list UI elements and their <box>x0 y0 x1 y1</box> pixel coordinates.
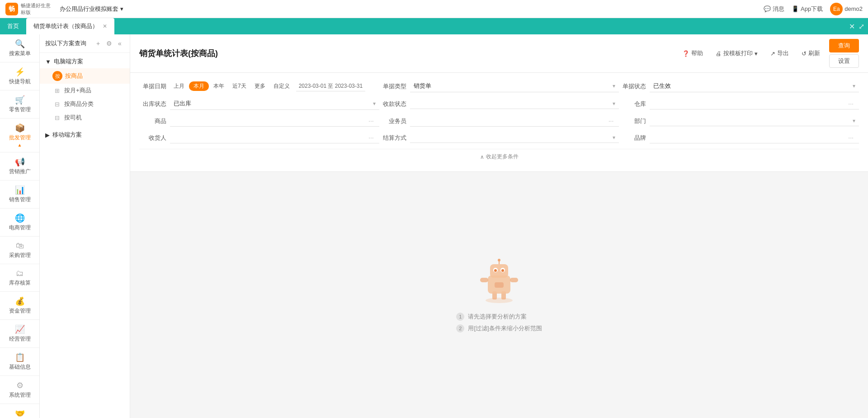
svg-rect-6 <box>490 264 508 278</box>
settlement-arrow-icon: ▾ <box>613 134 615 141</box>
date-field: 单据日期 上月 本月 本年 近7天 更多 自定义 2023-03-01 至 20… <box>139 81 379 91</box>
collapse-panel-btn[interactable]: « <box>115 39 124 48</box>
message-action[interactable]: 💬 消息 <box>764 5 784 13</box>
date-tabs: 上月 本月 本年 近7天 更多 自定义 <box>170 81 293 91</box>
sidebar-item-purchase[interactable]: 🛍 采购管理 <box>0 237 39 264</box>
date-tab-last-month[interactable]: 上月 <box>170 81 188 91</box>
enterprise-icon: 🤝 <box>15 408 25 418</box>
dept-select[interactable]: ▾ <box>650 116 859 126</box>
brand-dots-icon[interactable]: ··· <box>846 134 855 141</box>
tab-sales-stat[interactable]: 销货单统计表（按商品） ✕ <box>26 18 114 34</box>
message-icon: 💬 <box>764 5 771 12</box>
sidebar-item-ecom[interactable]: 🌐 电商管理 <box>0 209 39 237</box>
sidebar-item-enterprise[interactable]: 🤝 企业协同 <box>0 404 39 418</box>
refresh-btn[interactable]: ↺ 刷新 <box>798 48 824 59</box>
settlement-select[interactable]: ▾ <box>410 133 619 143</box>
sidebar-item-retail[interactable]: 🛒 零售管理 <box>0 90 39 119</box>
template-print-btn[interactable]: 🖨 按模板打印 ▾ <box>712 48 761 59</box>
receiver-select[interactable]: ··· <box>170 132 379 143</box>
help-icon: ❓ <box>682 50 689 57</box>
salesperson-select[interactable]: ··· <box>410 115 619 127</box>
date-tab-custom[interactable]: 自定义 <box>270 81 293 91</box>
receiver-field: 收货人 ··· <box>139 132 379 143</box>
recv-status-select[interactable]: ▾ <box>410 99 619 109</box>
receiver-dots-icon[interactable]: ··· <box>367 134 376 141</box>
tab-close-btn[interactable]: ✕ <box>849 22 855 31</box>
collapse-btn[interactable]: ∧ 收起更多条件 <box>139 149 859 164</box>
salesperson-field: 业务员 ··· <box>379 115 619 127</box>
filter-form: 单据日期 上月 本月 本年 近7天 更多 自定义 2023-03-01 至 20… <box>130 73 868 172</box>
empty-illustration <box>472 257 526 307</box>
out-status-select[interactable]: 已出库 ▾ <box>170 98 379 110</box>
app-download-action[interactable]: 📱 App下载 <box>792 5 823 13</box>
sidebar-item-marketing[interactable]: 📢 营销推广 <box>0 152 39 180</box>
date-tab-this-year[interactable]: 本年 <box>210 81 228 91</box>
settings-button[interactable]: 设置 <box>829 54 859 68</box>
date-range-text[interactable]: 2023-03-01 至 2023-03-31 <box>296 81 365 91</box>
warehouse-dots-icon[interactable]: ··· <box>846 100 855 107</box>
sidebar-item-wholesale[interactable]: 📦 批发管理 ▲ <box>0 119 39 152</box>
page-actions: ❓ 帮助 🖨 按模板打印 ▾ ↗ 导出 ↺ 刷新 <box>679 39 859 68</box>
date-tab-this-month[interactable]: 本月 <box>189 81 209 91</box>
user-action[interactable]: Ea demo2 <box>830 3 863 15</box>
empty-tip-1: 1 请先选择要分析的方案 <box>456 313 542 321</box>
brand-select[interactable]: ··· <box>650 132 859 143</box>
chevron-up-icon: ∧ <box>480 154 484 160</box>
scheme-item-by-category[interactable]: ⊟ 按商品分类 <box>40 97 130 111</box>
doc-type-arrow-icon: ▾ <box>613 83 615 89</box>
sidebar: 🔍 搜索菜单 ⚡ 快捷导航 🛒 零售管理 📦 批发管理 ▲ 📢 营销推广 📊 销… <box>0 34 40 418</box>
svg-point-12 <box>498 259 500 261</box>
sidebar-item-quick-nav[interactable]: ⚡ 快捷导航 <box>0 62 39 90</box>
sidebar-item-operations[interactable]: 📈 经营管理 <box>0 320 39 348</box>
sidebar-item-finance[interactable]: 💰 资金管理 <box>0 292 39 320</box>
product-dots-icon[interactable]: ··· <box>367 117 376 124</box>
logo-area: 畅 畅捷通好生意 标版 <box>5 2 51 15</box>
avatar: Ea <box>830 3 843 15</box>
purchase-icon: 🛍 <box>16 241 24 251</box>
date-tab-7days[interactable]: 近7天 <box>229 81 250 91</box>
empty-tips: 1 请先选择要分析的方案 2 用[过滤]条件来缩小分析范围 <box>456 313 542 332</box>
doc-status-field: 单据状态 已生效 ▾ <box>619 80 859 92</box>
retail-icon: 🛒 <box>15 95 25 105</box>
product-select[interactable]: ··· <box>170 115 379 127</box>
sales-mgmt-icon: 📊 <box>15 185 25 195</box>
tab-bar: 首页 销货单统计表（按商品） ✕ ✕ ⤢ <box>0 18 868 34</box>
mobile-group-header[interactable]: ▶ 移动端方案 <box>40 128 130 142</box>
scheme-item-by-company[interactable]: ⊟ 按司机 <box>40 111 130 124</box>
sidebar-item-inventory[interactable]: 🗂 库存核算 <box>0 264 39 292</box>
scheme-item-by-month-product[interactable]: ⊞ 按月+商品 <box>40 84 130 97</box>
sidebar-item-search[interactable]: 🔍 搜索菜单 <box>0 34 39 62</box>
sidebar-item-basic-info[interactable]: 📋 基础信息 <box>0 348 39 376</box>
add-scheme-btn[interactable]: + <box>94 39 103 48</box>
scheme-item-by-product[interactable]: 按 按商品 <box>40 68 130 84</box>
sidebar-item-system[interactable]: ⚙ 系统管理 <box>0 376 39 404</box>
date-tab-more[interactable]: 更多 <box>251 81 269 91</box>
help-btn[interactable]: ❓ 帮助 <box>679 48 707 59</box>
warehouse-select[interactable]: ··· <box>650 98 859 109</box>
dept-arrow-icon: ▾ <box>853 118 855 124</box>
export-btn[interactable]: ↗ 导出 <box>767 48 793 59</box>
salesperson-dots-icon[interactable]: ··· <box>607 117 616 124</box>
doc-status-select[interactable]: 已生效 ▾ <box>650 80 859 92</box>
left-panel: 按以下方案查询 + ⚙ « ▼ 电脑端方案 按 按商品 ⊞ 按月+ <box>40 34 130 418</box>
product-label: 商品 <box>139 117 166 125</box>
page-header: 销货单统计表(按商品) ❓ 帮助 🖨 按模板打印 ▾ ↗ 导出 <box>130 34 868 73</box>
filter-row-3: 商品 ··· 业务员 ··· 部门 <box>139 115 859 127</box>
settings-scheme-btn[interactable]: ⚙ <box>104 39 113 48</box>
date-label: 单据日期 <box>139 82 166 90</box>
marketing-icon: 📢 <box>15 157 25 167</box>
basic-info-icon: 📋 <box>15 352 25 362</box>
breadcrumb: 办公用品行业模拟账套 ▾ <box>60 5 123 13</box>
sidebar-item-sales-mgmt[interactable]: 📊 销售管理 <box>0 180 39 209</box>
tab-expand-btn[interactable]: ⤢ <box>859 22 864 31</box>
tip-num-2: 2 <box>456 324 464 332</box>
query-button[interactable]: 查询 <box>829 39 859 52</box>
brand-label: 品牌 <box>619 134 646 142</box>
tab-close-icon[interactable]: ✕ <box>103 23 107 29</box>
header-left: 畅 畅捷通好生意 标版 办公用品行业模拟账套 ▾ <box>5 2 123 15</box>
empty-state: 1 请先选择要分析的方案 2 用[过滤]条件来缩小分析范围 <box>130 172 868 418</box>
tab-home[interactable]: 首页 <box>0 18 26 34</box>
product-field: 商品 ··· <box>139 115 379 127</box>
doc-type-select[interactable]: 销货单 ▾ <box>410 80 619 92</box>
desktop-group-header[interactable]: ▼ 电脑端方案 <box>40 55 130 68</box>
